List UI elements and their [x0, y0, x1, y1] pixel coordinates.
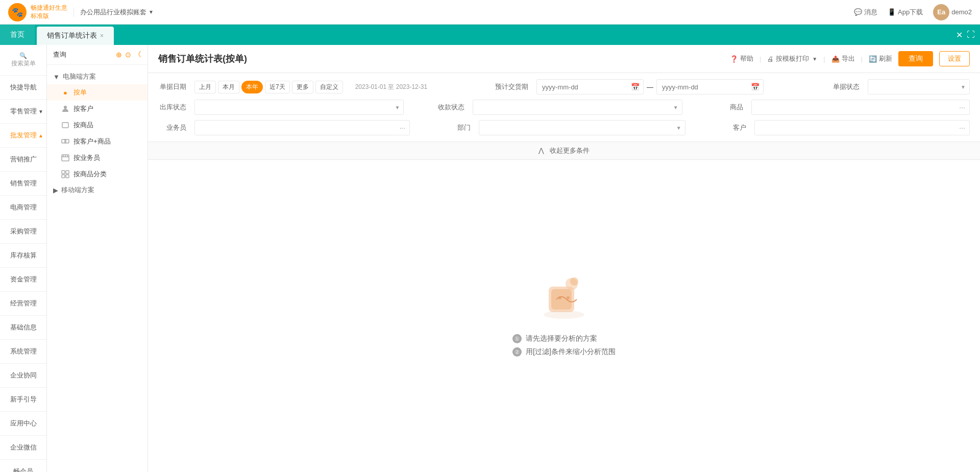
window-maximize-button[interactable]: ⛶ [967, 30, 975, 39]
date-btn-this-month[interactable]: 本月 [218, 81, 239, 93]
sidebar-item-wholesale[interactable]: 批发管理 ▲ [0, 124, 46, 148]
svg-rect-8 [66, 175, 69, 178]
sidebar-item-finance[interactable]: 资金管理 [0, 268, 46, 292]
bill-status-select-wrapper: ▼ [868, 79, 970, 95]
scheme-title: 查询 [53, 50, 113, 59]
date-separator: — [647, 83, 653, 91]
refresh-icon: 🔄 [869, 55, 877, 63]
sidebar-item-marketing[interactable]: 营销推广 [0, 148, 46, 172]
department-select[interactable] [479, 120, 685, 135]
sidebar-item-basic-info[interactable]: 基础信息 [0, 316, 46, 340]
avatar: Ea [933, 4, 949, 20]
sidebar-item-inventory[interactable]: 库存核算 [0, 244, 46, 268]
collapse-icon: ⋀ [538, 147, 544, 154]
date-btn-this-year[interactable]: 本年 [241, 81, 263, 93]
payment-status-select[interactable] [473, 100, 682, 115]
scheme-item-by-salesperson[interactable]: 按业务员 [47, 150, 148, 166]
window-close-button[interactable]: ✕ [956, 30, 963, 40]
date-btn-custom[interactable]: 自定义 [315, 81, 343, 93]
date-to-input[interactable] [656, 79, 764, 95]
svg-point-14 [558, 296, 561, 299]
date-btn-group: 上月 本月 本年 近7天 更多 自定义 [194, 81, 343, 93]
sidebar-item-system[interactable]: 系统管理 [0, 340, 46, 364]
salesperson-select-icon[interactable]: ··· [400, 124, 406, 132]
tab-home[interactable]: 首页 [0, 25, 35, 45]
date-from-wrapper: 📅 [536, 79, 644, 95]
template-print-button[interactable]: 🖨 按模板打印 ▼ [767, 54, 817, 63]
delivery-status-label: 出库状态 [158, 103, 186, 112]
tabbar: 首页 销售订单统计表 × ✕ ⛶ [0, 25, 980, 45]
page-actions: ❓ 帮助 | 🖨 按模板打印 ▼ | 📤 导出 | [730, 51, 970, 73]
department-select-wrapper: ▼ [479, 120, 685, 135]
settings-scheme-icon[interactable]: ⊙ [125, 51, 131, 59]
goods-label: 商品 [715, 103, 743, 112]
topbar-right: 💬 消息 📱 App下载 Ea demo2 [854, 4, 972, 20]
app-download-button[interactable]: 📱 App下载 [888, 8, 923, 17]
scheme-item-by-goods-category[interactable]: 按商品分类 [47, 166, 148, 182]
sidebar-item-newbie[interactable]: 新手引导 [0, 388, 46, 412]
sidebar-item-ecommerce[interactable]: 电商管理 [0, 196, 46, 220]
sidebar-item-member[interactable]: 畅会员 [0, 460, 46, 472]
empty-tips: ① 请先选择要分析的方案 ② 用[过滤]条件来缩小分析范围 [512, 334, 616, 361]
bill-status-select[interactable] [868, 79, 970, 95]
date-btn-7days[interactable]: 近7天 [265, 81, 290, 93]
main-layout: 🔍 搜索菜单 快捷导航 零售管理 ▼ 批发管理 ▲ 营销推广 销售管理 电商管理… [0, 45, 980, 472]
date-btn-more[interactable]: 更多 [292, 81, 313, 93]
logo-text: 畅捷通好生意 标准版 [31, 4, 67, 20]
export-button[interactable]: 📤 导出 [831, 54, 855, 63]
query-button[interactable]: 查询 [898, 51, 933, 66]
scheme-group-pc[interactable]: ▼ 电脑端方案 [47, 69, 148, 84]
export-icon: 📤 [831, 55, 840, 63]
message-button[interactable]: 💬 消息 [854, 8, 877, 17]
expected-date-label: 预计交货期 [495, 82, 528, 91]
customer-select-icon[interactable]: ··· [959, 124, 965, 132]
sidebar-item-purchase[interactable]: 采购管理 [0, 220, 46, 244]
svg-point-0 [64, 106, 67, 109]
sidebar-item-appstore[interactable]: 应用中心 [0, 412, 46, 436]
sidebar-item-retail[interactable]: 零售管理 ▼ [0, 100, 46, 124]
logo-icon: 🐾 [8, 3, 27, 21]
sidebar-item-quicknav[interactable]: 快捷导航 [0, 76, 46, 100]
help-button[interactable]: ❓ 帮助 [730, 54, 753, 63]
sidebar-item-management[interactable]: 经营管理 [0, 292, 46, 316]
sidebar: 🔍 搜索菜单 快捷导航 零售管理 ▼ 批发管理 ▲ 营销推广 销售管理 电商管理… [0, 45, 47, 472]
scheme-item-by-bill[interactable]: ● 按单 [47, 84, 148, 101]
empty-illustration [533, 271, 595, 324]
scheme-item-by-customer[interactable]: 按客户 [47, 101, 148, 117]
scheme-group-mobile[interactable]: ▶ 移动端方案 [47, 182, 148, 198]
tab-active[interactable]: 销售订单统计表 × [37, 27, 114, 45]
message-icon: 💬 [854, 8, 862, 16]
collapse-scheme-icon[interactable]: 《 [134, 50, 141, 59]
circle-icon: ● [61, 88, 69, 97]
bill-status-label: 单据状态 [831, 82, 860, 91]
filter-row-3: 业务员 ··· 部门 ▼ 客户 [158, 120, 970, 135]
tab-close-button[interactable]: × [100, 32, 104, 39]
scheme-item-by-goods[interactable]: 按商品 [47, 117, 148, 133]
add-scheme-icon[interactable]: ⊕ [116, 51, 122, 59]
sidebar-item-enterprise[interactable]: 企业协同 [0, 364, 46, 388]
goods-select-icon[interactable]: ··· [959, 103, 965, 111]
department-label: 部门 [443, 123, 471, 132]
date-btn-last-month[interactable]: 上月 [194, 81, 216, 93]
chevron-down-icon: ▼ [812, 56, 817, 62]
download-icon: 📱 [888, 8, 896, 16]
goods-icon [61, 121, 69, 129]
scheme-item-by-customer-goods[interactable]: 按客户+商品 [47, 133, 148, 150]
expand-icon: ▼ [38, 109, 43, 114]
svg-rect-5 [62, 171, 65, 174]
delivery-status-select[interactable] [194, 100, 404, 115]
sidebar-item-search[interactable]: 🔍 搜索菜单 [0, 45, 46, 76]
settings-button[interactable]: 设置 [939, 51, 970, 66]
app-selector[interactable]: 办公用品行业模拟账套 ▼ [74, 8, 154, 17]
svg-rect-2 [62, 139, 66, 143]
expand-icon: ▲ [38, 133, 43, 138]
refresh-button[interactable]: 🔄 刷新 [869, 54, 892, 63]
user-area[interactable]: Ea demo2 [933, 4, 972, 20]
page-header: 销售订单统计表(按单) ❓ 帮助 | 🖨 按模板打印 ▼ | 📤 [148, 45, 980, 73]
tip-item-2: ② 用[过滤]条件来缩小分析范围 [512, 347, 616, 357]
collapse-bar[interactable]: ⋀ 收起更多条件 [148, 142, 980, 160]
svg-point-13 [570, 277, 578, 286]
date-from-input[interactable] [536, 79, 644, 95]
sidebar-item-sales[interactable]: 销售管理 [0, 172, 46, 196]
sidebar-item-wechat[interactable]: 企业微信 [0, 436, 46, 460]
